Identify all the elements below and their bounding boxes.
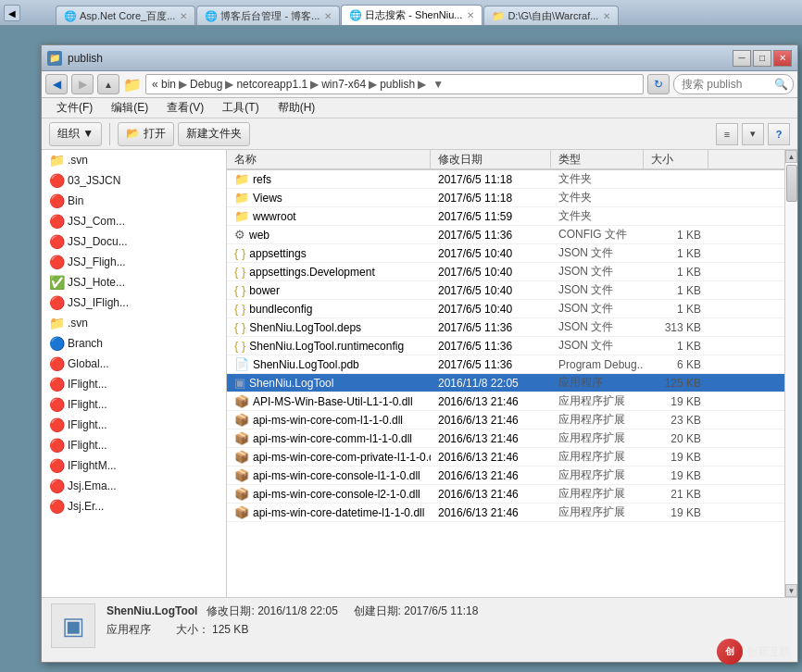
nav-item-jsjhote[interactable]: ✅ JSJ_Hote... (42, 272, 226, 292)
file-row-dll7[interactable]: 📦 api-ms-win-core-datetime-l1-1-0.dll 20… (227, 504, 784, 522)
right-scrollbar[interactable]: ▲ ▼ (784, 150, 797, 597)
file-cell-size-dll5: 19 KB (644, 469, 708, 482)
close-button[interactable]: ✕ (773, 50, 792, 67)
file-cell-size-appsettings-dev: 1 KB (644, 266, 708, 279)
col-header-date[interactable]: 修改日期 (431, 150, 551, 168)
win-back-icon[interactable]: ◀ (4, 5, 20, 21)
browser-tab-1[interactable]: 🌐 Asp.Net Core_百度... ✕ (56, 6, 195, 25)
organize-button[interactable]: 组织 ▼ (49, 122, 102, 146)
file-cell-date-dll2: 2016/6/13 21:46 (431, 414, 551, 427)
nav-item-03jsjcn[interactable]: 🔴 03_JSJCN (42, 170, 226, 191)
menu-view[interactable]: 查看(V) (159, 98, 211, 118)
nav-item-jsjifligh[interactable]: 🔴 JSJ_IFligh... (42, 292, 226, 313)
scrollbar-down-arrow[interactable]: ▼ (785, 584, 797, 597)
open-button[interactable]: 📂 打开 (118, 122, 173, 146)
file-row-appsettings-dev[interactable]: { } appsettings.Development 2017/6/5 10:… (227, 263, 784, 281)
tab1-close[interactable]: ✕ (180, 11, 187, 21)
file-row-bundleconfig[interactable]: { } bundleconfig 2017/6/5 10:40 JSON 文件 … (227, 300, 784, 318)
status-info: ShenNiu.LogTool 修改日期: 2016/11/8 22:05 创建… (107, 604, 478, 638)
nav-label-jsjema: Jsj.Ema... (68, 479, 219, 492)
nav-item-iflightm[interactable]: 🔴 IFlightM... (42, 455, 226, 476)
file-cell-name-deps: { } ShenNiu.LogTool.deps (227, 320, 431, 334)
menu-edit[interactable]: 编辑(E) (104, 98, 156, 118)
file-cell-name-bower: { } bower (227, 283, 431, 297)
help-button[interactable]: ? (768, 123, 790, 145)
menu-help[interactable]: 帮助(H) (270, 98, 323, 118)
nav-item-svn2[interactable]: 📁 .svn (42, 313, 226, 333)
config-icon-web: ⚙ (234, 228, 245, 242)
minimize-button[interactable]: ─ (733, 50, 751, 67)
bc-debug: Debug (190, 78, 222, 91)
tab2-close[interactable]: ✕ (324, 11, 332, 21)
logo-text: 创新互联 (746, 644, 791, 660)
file-row-deps[interactable]: { } ShenNiu.LogTool.deps 2017/6/5 11:36 … (227, 318, 784, 337)
file-row-dll5[interactable]: 📦 api-ms-win-core-console-l1-1-0.dll 201… (227, 467, 784, 485)
nav-item-iflight3[interactable]: 🔴 IFlight... (42, 415, 226, 435)
nav-item-iflight4[interactable]: 🔴 IFlight... (42, 435, 226, 455)
file-cell-date-refs: 2017/6/5 11:18 (431, 173, 551, 186)
forward-button[interactable]: ▶ (71, 74, 94, 94)
nav-label-jsjdocu: JSJ_Docu... (68, 235, 219, 248)
file-cell-date-deps: 2017/6/5 11:36 (431, 321, 551, 334)
file-row-runtimeconfig[interactable]: { } ShenNiu.LogTool.runtimeconfig 2017/6… (227, 337, 784, 355)
error-icon-iflight3: 🔴 (49, 417, 64, 432)
up-button[interactable]: ▲ (97, 74, 119, 94)
file-row-appsettings[interactable]: { } appsettings 2017/6/5 10:40 JSON 文件 1… (227, 244, 784, 263)
scrollbar-up-arrow[interactable]: ▲ (785, 150, 797, 163)
view-detail-button[interactable]: ▾ (742, 123, 764, 145)
file-cell-type-dll1: 应用程序扩展 (551, 393, 644, 409)
browser-tab-3[interactable]: 🌐 日志搜索 - ShenNiu... ✕ (341, 5, 482, 25)
file-cell-type-dll2: 应用程序扩展 (551, 412, 644, 428)
file-row-dll4[interactable]: 📦 api-ms-win-core-com-private-l1-1-0.dll… (227, 448, 784, 467)
nav-item-branch[interactable]: 🔵 Branch (42, 333, 226, 354)
col-header-name[interactable]: 名称 (227, 150, 431, 168)
file-row-web[interactable]: ⚙ web 2017/6/5 11:36 CONFIG 文件 1 KB (227, 226, 784, 244)
search-input[interactable] (673, 74, 794, 94)
col-header-size[interactable]: 大小 (644, 150, 708, 168)
file-row-dll2[interactable]: 📦 api-ms-win-core-com-l1-1-0.dll 2016/6/… (227, 411, 784, 429)
new-folder-label: 新建文件夹 (186, 126, 242, 142)
file-row-views[interactable]: 📁 Views 2017/6/5 11:18 文件夹 (227, 189, 784, 207)
nav-item-jsjdocu[interactable]: 🔴 JSJ_Docu... (42, 231, 226, 252)
refresh-button[interactable]: ↻ (647, 74, 670, 94)
breadcrumb[interactable]: « bin ▶ Debug ▶ netcoreapp1.1 ▶ win7-x64… (145, 74, 644, 94)
menu-file[interactable]: 文件(F) (49, 98, 100, 118)
nav-item-iflight1[interactable]: 🔴 IFlight... (42, 374, 226, 394)
nav-item-iflight2[interactable]: 🔴 IFlight... (42, 394, 226, 415)
file-row-dll1[interactable]: 📦 API-MS-Win-Base-Util-L1-1-0.dll 2016/6… (227, 392, 784, 411)
maximize-button[interactable]: □ (753, 50, 771, 67)
file-row-pdb[interactable]: 📄 ShenNiu.LogTool.pdb 2017/6/5 11:36 Pro… (227, 355, 784, 374)
col-header-type[interactable]: 类型 (551, 150, 644, 168)
nav-item-svn1[interactable]: 📁 .svn (42, 150, 226, 170)
main-content: 📁 .svn 🔴 03_JSJCN 🔴 Bin 🔴 JSJ_Com... 🔴 J… (42, 150, 797, 597)
file-cell-type-pdb: Program Debug... (551, 358, 644, 371)
back-button[interactable]: ◀ (45, 74, 68, 94)
tab4-close[interactable]: ✕ (603, 11, 610, 21)
tab3-close[interactable]: ✕ (467, 10, 474, 20)
nav-item-jsjer[interactable]: 🔴 Jsj.Er... (42, 496, 226, 516)
bc-dropdown[interactable]: ▼ (432, 78, 444, 91)
status-created-label: 创建日期: (354, 604, 401, 617)
nav-item-global[interactable]: 🔴 Global... (42, 354, 226, 374)
browser-tab-4[interactable]: 📁 D:\G\自由\Warcraf... ✕ (483, 6, 619, 25)
nav-label-iflight3: IFlight... (68, 418, 219, 431)
nav-item-jsjema[interactable]: 🔴 Jsj.Ema... (42, 476, 226, 496)
new-folder-button[interactable]: 新建文件夹 (178, 122, 250, 146)
menu-tools[interactable]: 工具(T) (215, 98, 266, 118)
view-list-button[interactable]: ≡ (716, 123, 738, 145)
nav-label-jsjcom: JSJ_Com... (68, 215, 219, 228)
tab4-icon: 📁 (492, 10, 505, 22)
file-row-dll6[interactable]: 📦 api-ms-win-core-console-l2-1-0.dll 201… (227, 485, 784, 504)
file-row-logtool[interactable]: ▣ ShenNiu.LogTool 2016/11/8 22:05 应用程序 1… (227, 374, 784, 392)
scrollbar-thumb[interactable] (786, 165, 797, 202)
file-row-dll3[interactable]: 📦 api-ms-win-core-comm-l1-1-0.dll 2016/6… (227, 429, 784, 448)
file-row-wwwroot[interactable]: 📁 wwwroot 2017/6/5 11:59 文件夹 (227, 207, 784, 226)
file-row-bower[interactable]: { } bower 2017/6/5 10:40 JSON 文件 1 KB (227, 281, 784, 300)
nav-item-jsjfligh[interactable]: 🔴 JSJ_Fligh... (42, 252, 226, 272)
logo-circle: 创 (717, 639, 743, 665)
nav-item-jsjcom[interactable]: 🔴 JSJ_Com... (42, 211, 226, 231)
file-row-refs[interactable]: 📁 refs 2017/6/5 11:18 文件夹 (227, 170, 784, 189)
nav-item-bin[interactable]: 🔴 Bin (42, 191, 226, 211)
file-cell-type-wwwroot: 文件夹 (551, 208, 644, 224)
browser-tab-2[interactable]: 🌐 博客后台管理 - 博客... ✕ (196, 6, 340, 25)
